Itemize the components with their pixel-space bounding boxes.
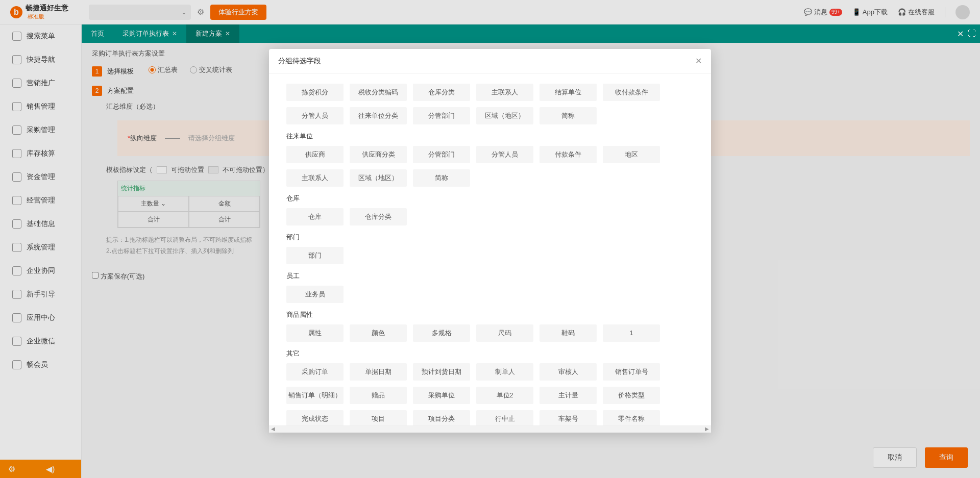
field-chip[interactable]: 尺码	[476, 324, 533, 342]
field-chip[interactable]: 供应商分类	[350, 146, 407, 163]
field-group: 部门部门	[286, 233, 699, 264]
field-chip[interactable]: 项目分类	[413, 410, 470, 425]
chip-row: 属性颜色多规格尺码鞋码1	[286, 324, 699, 342]
field-chip[interactable]: 分管部门	[413, 146, 470, 163]
field-chip[interactable]: 行中止	[476, 410, 533, 425]
field-chip[interactable]: 零件名称	[603, 410, 660, 425]
field-group: 员工业务员	[286, 271, 699, 303]
field-chip[interactable]: 属性	[286, 324, 344, 342]
group-title: 往来单位	[286, 132, 699, 141]
field-group: 拣货积分税收分类编码仓库分类主联系人结算单位收付款条件分管人员往来单位分类分管部…	[286, 84, 699, 124]
group-title: 部门	[286, 233, 699, 242]
group-title: 仓库	[286, 194, 699, 203]
field-chip[interactable]: 分管人员	[286, 107, 344, 124]
field-chip[interactable]: 主联系人	[476, 84, 533, 101]
field-chip[interactable]: 简称	[413, 169, 470, 187]
field-modal: 分组待选字段 ✕ 拣货积分税收分类编码仓库分类主联系人结算单位收付款条件分管人员…	[269, 49, 711, 433]
field-chip[interactable]: 制单人	[476, 363, 533, 381]
field-chip[interactable]: 区域（地区）	[350, 169, 407, 187]
field-chip[interactable]: 往来单位分类	[350, 107, 407, 124]
field-group: 其它采购订单单据日期预计到货日期制单人审核人销售订单号销售订单（明细）赠品采购单…	[286, 349, 699, 425]
field-chip[interactable]: 采购单位	[413, 387, 470, 404]
field-chip[interactable]: 税收分类编码	[350, 84, 407, 101]
field-chip[interactable]: 销售订单（明细）	[286, 387, 344, 404]
modal-header: 分组待选字段 ✕	[269, 49, 711, 73]
field-group: 商品属性属性颜色多规格尺码鞋码1	[286, 310, 699, 342]
field-chip[interactable]: 付款条件	[540, 146, 597, 163]
field-chip[interactable]: 价格类型	[603, 387, 660, 404]
chip-row: 供应商供应商分类分管部门分管人员付款条件地区主联系人区域（地区）简称	[286, 146, 699, 187]
group-title: 其它	[286, 349, 699, 358]
field-chip[interactable]: 主联系人	[286, 169, 344, 187]
field-chip[interactable]: 预计到货日期	[413, 363, 470, 381]
field-chip[interactable]: 业务员	[286, 286, 344, 303]
chip-row: 业务员	[286, 286, 699, 303]
field-chip[interactable]: 颜色	[350, 324, 407, 342]
chip-row: 部门	[286, 247, 699, 264]
field-chip[interactable]: 收付款条件	[603, 84, 660, 101]
field-chip[interactable]: 区域（地区）	[476, 107, 533, 124]
field-chip[interactable]: 分管人员	[476, 146, 533, 163]
field-chip[interactable]: 采购订单	[286, 363, 344, 381]
group-title: 商品属性	[286, 310, 699, 319]
field-chip[interactable]: 多规格	[413, 324, 470, 342]
chip-row: 仓库仓库分类	[286, 208, 699, 225]
field-chip[interactable]: 主计量	[540, 387, 597, 404]
field-chip[interactable]: 供应商	[286, 146, 344, 163]
field-chip[interactable]: 鞋码	[540, 324, 597, 342]
modal-scrollbar[interactable]	[269, 425, 711, 433]
modal-overlay: 分组待选字段 ✕ 拣货积分税收分类编码仓库分类主联系人结算单位收付款条件分管人员…	[0, 0, 980, 478]
field-chip[interactable]: 单据日期	[350, 363, 407, 381]
field-chip[interactable]: 销售订单号	[603, 363, 660, 381]
field-group: 仓库仓库仓库分类	[286, 194, 699, 225]
field-chip[interactable]: 1	[603, 324, 660, 342]
field-chip[interactable]: 地区	[603, 146, 660, 163]
modal-body[interactable]: 拣货积分税收分类编码仓库分类主联系人结算单位收付款条件分管人员往来单位分类分管部…	[269, 73, 711, 425]
field-chip[interactable]: 完成状态	[286, 410, 344, 425]
field-chip[interactable]: 审核人	[540, 363, 597, 381]
field-chip[interactable]: 项目	[350, 410, 407, 425]
field-chip[interactable]: 结算单位	[540, 84, 597, 101]
field-chip[interactable]: 仓库	[286, 208, 344, 225]
group-title: 员工	[286, 271, 699, 281]
close-icon[interactable]: ✕	[695, 56, 702, 66]
chip-row: 拣货积分税收分类编码仓库分类主联系人结算单位收付款条件分管人员往来单位分类分管部…	[286, 84, 699, 124]
field-chip[interactable]: 拣货积分	[286, 84, 344, 101]
field-chip[interactable]: 分管部门	[413, 107, 470, 124]
field-chip[interactable]: 部门	[286, 247, 344, 264]
field-group: 往来单位供应商供应商分类分管部门分管人员付款条件地区主联系人区域（地区）简称	[286, 132, 699, 187]
field-chip[interactable]: 简称	[540, 107, 597, 124]
chip-row: 采购订单单据日期预计到货日期制单人审核人销售订单号销售订单（明细）赠品采购单位单…	[286, 363, 699, 425]
field-chip[interactable]: 仓库分类	[350, 208, 407, 225]
modal-title: 分组待选字段	[278, 57, 321, 66]
field-chip[interactable]: 仓库分类	[413, 84, 470, 101]
field-chip[interactable]: 单位2	[476, 387, 533, 404]
field-chip[interactable]: 赠品	[350, 387, 407, 404]
field-chip[interactable]: 车架号	[540, 410, 597, 425]
